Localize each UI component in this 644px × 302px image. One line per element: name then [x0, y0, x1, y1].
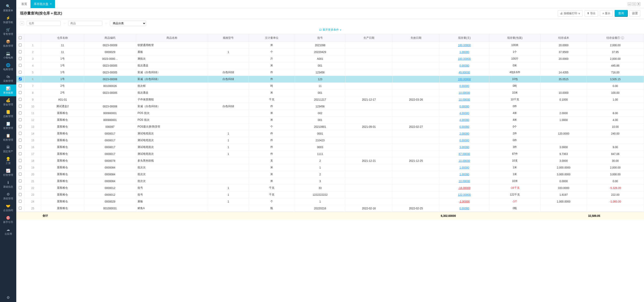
qty-main-link[interactable]: 4.00000	[460, 112, 469, 115]
row-select-cell[interactable]	[16, 49, 24, 56]
row-qty-main-cell[interactable]: 10.00000	[440, 96, 489, 103]
row-qty-main-cell[interactable]: 100.00000	[440, 76, 489, 83]
sidebar-item-retail[interactable]: 🛒 零售管理	[0, 26, 16, 38]
row-select-cell[interactable]	[16, 110, 24, 117]
qty-main-link[interactable]: 4.00000	[460, 118, 469, 122]
sidebar-item-ecom[interactable]: 🌐 电商管理	[0, 61, 16, 73]
sidebar-item-asset[interactable]: 💰 资金管理	[0, 96, 16, 108]
row-qty-main-cell[interactable]: 0.00000	[440, 205, 489, 212]
row-qty-main-cell[interactable]: 1.00000	[440, 164, 489, 171]
qty-main-link[interactable]: 100.00000	[458, 44, 471, 47]
qty-main-link[interactable]: 10.00000	[459, 91, 470, 94]
row-checkbox[interactable]	[19, 132, 22, 135]
sidebar-item-basic[interactable]: ℹ 基础信息	[0, 179, 16, 190]
row-select-cell[interactable]	[16, 151, 24, 158]
row-qty-main-cell[interactable]: -16.00000	[440, 185, 489, 191]
sidebar-item-batch[interactable]: 📦 批发管理	[0, 38, 16, 49]
row-checkbox[interactable]	[19, 84, 22, 87]
row-select-cell[interactable]	[16, 178, 24, 185]
row-qty-main-cell[interactable]: 0.00000	[440, 83, 489, 89]
qty-main-link[interactable]: 10.00000	[459, 98, 470, 101]
row-qty-main-cell[interactable]: 10.00000	[440, 178, 489, 185]
row-checkbox[interactable]	[19, 152, 22, 155]
minimize-button[interactable]: —	[628, 2, 631, 6]
row-qty-main-cell[interactable]: 10.00000	[440, 89, 489, 96]
row-checkbox[interactable]	[19, 105, 22, 108]
qty-main-link[interactable]: 0.00000	[460, 105, 469, 108]
row-checkbox[interactable]	[19, 139, 22, 141]
qty-main-link[interactable]: 49.60000	[459, 71, 470, 74]
row-checkbox[interactable]	[19, 186, 22, 189]
row-checkbox[interactable]	[19, 44, 22, 46]
row-checkbox[interactable]	[19, 111, 22, 114]
sidebar-item-sys[interactable]: ⚙ 系统管理	[0, 190, 16, 202]
qty-main-link[interactable]: 100.00000	[458, 78, 471, 81]
row-qty-main-cell[interactable]: 4.00000	[440, 110, 489, 117]
row-qty-main-cell[interactable]: 2.00000	[440, 130, 489, 137]
sidebar-item-fixed-asset[interactable]: 🏛 固定资产	[0, 143, 16, 155]
row-qty-main-cell[interactable]: 0.00000	[440, 62, 489, 69]
row-select-cell[interactable]	[16, 171, 24, 178]
qty-main-link[interactable]: 1.00000	[460, 173, 469, 176]
row-checkbox[interactable]	[19, 166, 22, 169]
row-checkbox[interactable]	[19, 71, 22, 74]
sidebar-item-inventory[interactable]: 📊 库存核算	[0, 84, 16, 96]
row-checkbox[interactable]	[19, 180, 22, 182]
row-checkbox[interactable]	[19, 125, 22, 128]
sidebar-item-cloud[interactable]: ☁ 云应用	[0, 226, 16, 237]
row-select-cell[interactable]	[16, 191, 24, 198]
row-select-cell[interactable]	[16, 56, 24, 62]
maximize-button[interactable]: □	[632, 2, 636, 6]
display-button[interactable]: ≡ 显示	[600, 11, 613, 17]
qty-main-link[interactable]: 100.00000	[458, 57, 471, 61]
filter-expand-arrow[interactable]: ›	[20, 21, 24, 25]
row-select-cell[interactable]	[16, 144, 24, 151]
row-qty-main-cell[interactable]: 10.00000	[440, 158, 489, 164]
row-qty-main-cell[interactable]: 1.00000	[440, 49, 489, 56]
row-checkbox[interactable]	[19, 98, 22, 101]
row-checkbox[interactable]	[19, 57, 22, 60]
qty-main-link[interactable]: 1.00000	[460, 51, 469, 54]
row-select-cell[interactable]	[16, 69, 24, 76]
sidebar-item-mini-ecom[interactable]: 💻 小额电商	[0, 49, 16, 61]
row-select-cell[interactable]	[16, 158, 24, 164]
qty-main-link[interactable]: -1.00000	[459, 200, 470, 203]
qty-main-link[interactable]: 2.00000	[460, 132, 469, 135]
row-select-cell[interactable]	[16, 164, 24, 171]
qty-main-link[interactable]: 10.00000	[459, 159, 470, 163]
row-qty-main-cell[interactable]: 1.00000	[440, 171, 489, 178]
qty-main-link[interactable]: 10.00000	[459, 180, 470, 183]
row-qty-main-cell[interactable]: 0.00000	[440, 123, 489, 130]
qty-main-link[interactable]: 0.00000	[460, 64, 469, 67]
row-qty-main-cell[interactable]: 0.00000	[440, 137, 489, 144]
tab-inventory-batch[interactable]: 库存批次盘 ✕	[30, 0, 55, 8]
sidebar-item-ops[interactable]: 📈 经营管理	[0, 167, 16, 179]
close-button[interactable]: ✕	[637, 2, 640, 6]
row-checkbox[interactable]	[19, 145, 22, 148]
row-checkbox[interactable]	[19, 50, 22, 53]
row-select-cell[interactable]	[16, 89, 24, 96]
row-select-cell[interactable]	[16, 76, 24, 83]
row-checkbox[interactable]	[19, 193, 22, 196]
warehouse-input[interactable]	[27, 21, 60, 26]
qty-main-link[interactable]: 0.00000	[460, 84, 469, 88]
qty-main-link[interactable]: 0.00000	[460, 125, 469, 128]
qty-main-link[interactable]: 3.00000	[460, 146, 469, 149]
row-select-cell[interactable]	[16, 62, 24, 69]
row-select-cell[interactable]	[16, 117, 24, 123]
row-checkbox[interactable]	[19, 118, 22, 121]
row-qty-main-cell[interactable]: 122.00000	[440, 191, 489, 198]
tab-home[interactable]: 首页	[18, 0, 30, 8]
sidebar-item-coop[interactable]: 🤝 企业协同	[0, 202, 16, 214]
row-select-cell[interactable]	[16, 83, 24, 89]
row-select-cell[interactable]	[16, 137, 24, 144]
row-checkbox[interactable]	[19, 207, 22, 210]
sidebar-search[interactable]: 🔍 搜索菜单	[0, 2, 16, 14]
row-select-cell[interactable]	[16, 103, 24, 110]
sidebar-item-invoice[interactable]: 🧾 发票管理	[0, 120, 16, 132]
sidebar-item-quick-nav[interactable]: ⚡ 快捷导航	[0, 14, 16, 26]
qty-main-link[interactable]: 122.00000	[458, 193, 471, 196]
export-button[interactable]: ⬆ 导出	[584, 11, 598, 17]
qty-main-link[interactable]: 0.00000	[460, 207, 469, 210]
row-checkbox[interactable]	[19, 200, 22, 203]
